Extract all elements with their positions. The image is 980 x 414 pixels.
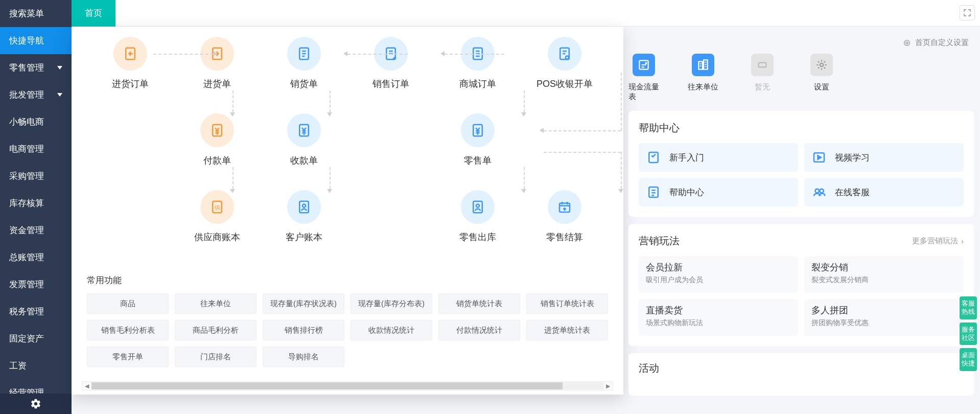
- float-buttons: 客服热线 服务社区 桌面快捷: [960, 296, 977, 371]
- promo-title: 裂变分销: [811, 261, 956, 273]
- svg-rect-21: [698, 62, 703, 70]
- svg-rect-25: [649, 152, 658, 163]
- sidebar-settings-button[interactable]: [0, 394, 72, 414]
- sidebar-item-4[interactable]: 小畅电商: [0, 108, 72, 135]
- fullscreen-button[interactable]: [960, 5, 975, 20]
- flow-node-customer-ledger[interactable]: 客户账本: [261, 190, 347, 243]
- flow-node-receipt[interactable]: 收款单: [261, 113, 347, 167]
- scroll-left-button[interactable]: ◀: [82, 382, 91, 390]
- common-func-10[interactable]: 付款情况统计: [438, 320, 520, 340]
- supplier-icon: 供: [209, 199, 225, 215]
- flow-node-pos[interactable]: POS收银开单: [521, 37, 608, 90]
- common-func-2[interactable]: 现存量(库存状况表): [263, 293, 344, 314]
- activity-card: 活动: [628, 353, 974, 396]
- svg-text:供: 供: [215, 204, 220, 211]
- shortcut-label: 设置: [814, 82, 829, 92]
- flow-node-sales[interactable]: 销货单: [261, 37, 347, 90]
- flow-node-purchase-order[interactable]: 进货订单: [87, 37, 174, 90]
- promo-title: 直播卖货: [646, 304, 791, 316]
- flow-node-retail-out[interactable]: 零售出库: [434, 190, 521, 243]
- sidebar-item-3[interactable]: 批发管理: [0, 81, 72, 108]
- sidebar-item-10[interactable]: 发票管理: [0, 271, 72, 298]
- help-label: 新手入门: [669, 152, 704, 164]
- help-center-card: 帮助中心 新手入门视频学习帮助中心在线客服: [628, 111, 974, 217]
- chevron-right-icon: ›: [961, 237, 964, 245]
- cashflow-icon: [633, 54, 655, 76]
- shortcut-0[interactable]: 现金流量表: [628, 54, 659, 102]
- svg-point-6: [566, 56, 569, 59]
- common-func-12[interactable]: 零售开单: [87, 347, 169, 367]
- common-functions-grid: 商品往来单位现存量(库存状况表)现存量(库存分布表)销货单统计表销售订单统计表销…: [87, 293, 608, 367]
- scroll-track[interactable]: [91, 382, 603, 389]
- help-item-1[interactable]: 视频学习: [804, 143, 964, 172]
- yen3-icon: [470, 123, 485, 138]
- promo-subtitle: 拼团购物享受优惠: [811, 318, 956, 328]
- flow-node-sales-order[interactable]: 销售订单: [347, 37, 434, 90]
- flow-node-purchase[interactable]: 进货单: [174, 37, 261, 90]
- sidebar-item-0[interactable]: 搜索菜单: [0, 0, 72, 27]
- common-func-14[interactable]: 导购排名: [263, 347, 344, 367]
- sidebar-item-label: 库存核算: [9, 197, 44, 209]
- list-icon: [296, 46, 312, 61]
- sidebar-item-13[interactable]: 工资: [0, 352, 72, 379]
- sidebar-item-6[interactable]: 采购管理: [0, 163, 72, 190]
- topbar: 首页: [72, 0, 980, 27]
- flow-node-payment[interactable]: 付款单: [174, 113, 261, 167]
- sidebar-item-5[interactable]: 电商管理: [0, 135, 72, 163]
- svg-point-28: [815, 189, 820, 193]
- sidebar-item-2[interactable]: 零售管理: [0, 54, 72, 81]
- common-func-6[interactable]: 销售毛利分析表: [87, 320, 169, 340]
- promo-subtitle: 裂变式发展分销商: [811, 275, 956, 285]
- sidebar-item-11[interactable]: 税务管理: [0, 298, 72, 325]
- float-community[interactable]: 服务社区: [960, 323, 977, 346]
- flow-node-supplier-ledger[interactable]: 供供应商账本: [174, 190, 261, 243]
- sidebar-item-7[interactable]: 库存核算: [0, 190, 72, 217]
- flow-node-retail[interactable]: 零售单: [434, 113, 521, 167]
- help-icon-3: [811, 185, 827, 200]
- promo-item-1[interactable]: 裂变分销裂变式发展分销商: [804, 256, 964, 293]
- promo-item-3[interactable]: 多人拼团拼团购物享受优惠: [804, 299, 964, 336]
- sidebar-item-label: 总账管理: [9, 251, 44, 263]
- help-item-0[interactable]: 新手入门: [639, 143, 798, 172]
- sidebar-item-12[interactable]: 固定资产: [0, 325, 72, 352]
- scroll-thumb[interactable]: [91, 382, 563, 389]
- shortcut-3[interactable]: 设置: [806, 54, 837, 102]
- help-icon-1: [811, 150, 827, 165]
- help-icon-0: [646, 150, 661, 165]
- marketing-more-link[interactable]: 更多营销玩法›: [912, 236, 964, 246]
- common-func-11[interactable]: 进货单统计表: [526, 320, 608, 340]
- shortcut-1[interactable]: 往来单位: [688, 54, 718, 102]
- promo-subtitle: 场景式购物新玩法: [646, 318, 791, 328]
- common-func-13[interactable]: 门店排名: [175, 347, 256, 367]
- float-desktop[interactable]: 桌面快捷: [960, 348, 977, 371]
- flow-node-mall-order[interactable]: 商城订单: [434, 37, 521, 90]
- common-func-1[interactable]: 往来单位: [175, 293, 256, 314]
- common-func-5[interactable]: 销售订单统计表: [526, 293, 608, 314]
- chevron-down-icon: [57, 66, 62, 70]
- common-func-9[interactable]: 收款情况统计: [351, 320, 432, 340]
- help-item-2[interactable]: 帮助中心: [639, 178, 798, 206]
- horizontal-scrollbar[interactable]: ◀ ▶: [82, 381, 613, 390]
- sidebar-item-9[interactable]: 总账管理: [0, 244, 72, 271]
- sidebar-item-label: 固定资产: [9, 333, 44, 344]
- promo-item-2[interactable]: 直播卖货场景式购物新玩法: [639, 299, 798, 336]
- home-customize-link[interactable]: 首页自定义设置: [628, 27, 974, 53]
- flow-node-retail-settle[interactable]: 零售结算: [521, 190, 608, 243]
- common-func-0[interactable]: 商品: [87, 293, 169, 314]
- sidebar-item-8[interactable]: 资金管理: [0, 217, 72, 244]
- common-func-7[interactable]: 商品毛利分析: [175, 320, 256, 340]
- common-func-8[interactable]: 销售排行榜: [263, 320, 344, 340]
- help-item-3[interactable]: 在线客服: [804, 178, 964, 206]
- scroll-right-button[interactable]: ▶: [603, 382, 613, 390]
- sidebar-item-label: 税务管理: [9, 306, 44, 317]
- svg-point-24: [820, 63, 824, 67]
- shortcut-2[interactable]: 暂无: [747, 54, 778, 102]
- common-func-3[interactable]: 现存量(库存分布表): [351, 293, 432, 314]
- float-hotline[interactable]: 客服热线: [960, 296, 977, 319]
- sidebar-item-label: 小畅电商: [9, 116, 44, 128]
- tab-home[interactable]: 首页: [72, 0, 115, 27]
- common-func-4[interactable]: 销货单统计表: [438, 293, 520, 314]
- svg-point-29: [820, 189, 824, 193]
- sidebar-item-1[interactable]: 快捷导航: [0, 27, 72, 54]
- promo-item-0[interactable]: 会员拉新吸引用户成为会员: [639, 256, 798, 293]
